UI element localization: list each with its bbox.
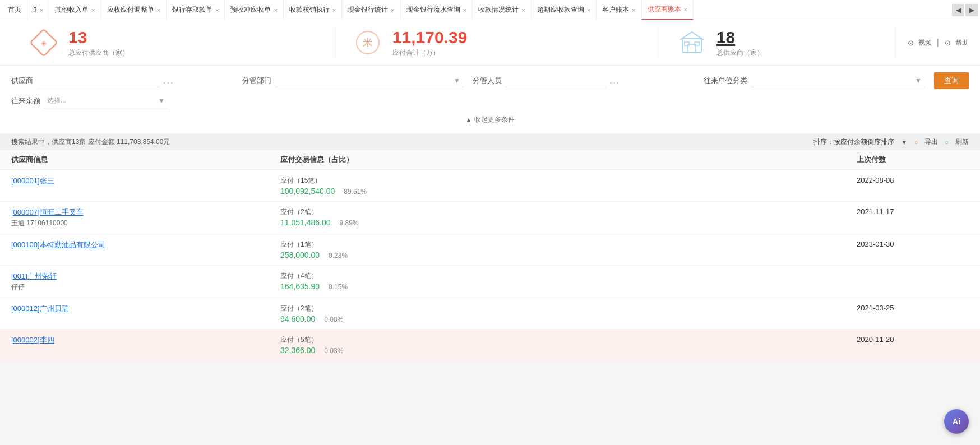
top-right-links: ⊙ 视频 │ ⊙ 帮助 — [896, 38, 969, 48]
supplier-link-3[interactable]: [001]广州荣轩 — [11, 272, 57, 280]
refresh-button[interactable]: 刷新 — [955, 137, 969, 147]
tx-amount-2[interactable]: 258,000.00 — [280, 251, 320, 259]
department-select[interactable]: ▼ — [275, 75, 464, 87]
video-icon: ⊙ — [908, 39, 914, 47]
person-dots[interactable]: ... — [609, 76, 620, 86]
close-icon[interactable]: × — [215, 7, 219, 13]
export-button[interactable]: 导出 — [924, 137, 938, 147]
tx-amount-4[interactable]: 94,600.00 — [280, 314, 315, 323]
help-icon: ⊙ — [945, 39, 951, 47]
supplier-dots[interactable]: ... — [163, 76, 174, 86]
tx-amount-0[interactable]: 100,092,540.00 — [280, 187, 335, 196]
supplier-link-0[interactable]: [000001]张三 — [11, 177, 54, 185]
nav-tab-supplier-book[interactable]: 供应商账本 × — [642, 0, 694, 20]
nav-tab-overdue[interactable]: 超期应收款查询 × — [531, 0, 597, 20]
video-link[interactable]: 视频 — [918, 38, 932, 48]
tx-amount-5[interactable]: 32,366.00 — [280, 346, 315, 355]
tx-label-4: 应付（2笔） — [280, 304, 318, 313]
tx-row-1: 11,051,486.00 9.89% — [280, 218, 359, 227]
nav-tab-cash-stat[interactable]: 现金银行统计 × — [342, 0, 400, 20]
svg-text:◈: ◈ — [41, 39, 47, 47]
nav-tab-customer-book[interactable]: 客户账本 × — [597, 0, 641, 20]
transaction-col-2: 应付（1笔） 258,000.00 0.23% — [280, 240, 857, 259]
nav-tab-collect-stat[interactable]: 收款情况统计 × — [473, 0, 531, 20]
table-row: [000002]李四 应付（5笔） 32,366.00 0.03% 2020-1… — [0, 330, 980, 361]
close-icon[interactable]: × — [40, 7, 43, 13]
department-label: 分管部门 — [242, 76, 271, 86]
tx-amount-1[interactable]: 11,051,486.00 — [280, 218, 331, 227]
close-icon[interactable]: × — [632, 7, 635, 13]
filter-balance: 往来余额 选择... ▼ — [11, 94, 168, 108]
nav-tab-collect-label: 收款核销执行 — [289, 5, 330, 15]
nav-tab-adjust-label: 应收应付调整单 — [107, 5, 154, 15]
result-bar: 搜索结果中，供应商13家 应付金额 111,703,854.00元 排序：按应付… — [0, 134, 980, 150]
close-icon[interactable]: × — [463, 7, 466, 13]
supplier-sub-1: 王通 17106110000 — [11, 219, 280, 228]
supplier-link-5[interactable]: [000002]李四 — [11, 336, 54, 344]
nav-tab-3-label: 3 — [33, 6, 37, 14]
nav-tab-collect-stat-label: 收款情况统计 — [478, 5, 519, 15]
supplier-link-2[interactable]: [000100]本特勤油品有限公司 — [11, 240, 105, 249]
tx-label-5: 应付（5笔） — [280, 335, 318, 345]
nav-tab-other-income-label: 其他收入单 — [55, 5, 89, 15]
nav-tab-bank[interactable]: 银行存取款单 × — [167, 0, 225, 20]
nav-prev-arrow[interactable]: ◀ — [952, 4, 964, 16]
collapse-label: 收起更多条件 — [474, 115, 515, 124]
person-label: 分管人员 — [473, 76, 502, 86]
transaction-col-5: 应付（5笔） 32,366.00 0.03% — [280, 335, 857, 355]
filter-category: 往来单位分类 ▼ — [704, 75, 926, 87]
close-icon[interactable]: × — [587, 7, 590, 13]
nav-tab-collect[interactable]: 收款核销执行 × — [284, 0, 342, 20]
sort-label[interactable]: 排序：按应付余额倒序排序 — [813, 137, 894, 147]
supplier-col-0: [000001]张三 — [11, 176, 280, 186]
close-icon[interactable]: × — [332, 7, 336, 13]
nav-tab-home[interactable]: 首页 — [2, 0, 27, 20]
table-row: [000007]恒旺二手叉车 王通 17106110000 应付（2笔） 11,… — [0, 202, 980, 234]
person-input[interactable] — [505, 75, 606, 87]
nav-tab-cash-query[interactable]: 现金银行流水查询 × — [401, 0, 473, 20]
tx-amount-3[interactable]: 164,635.90 — [280, 282, 320, 291]
nav-tab-adjust[interactable]: 应收应付调整单 × — [101, 0, 167, 20]
nav-tab-other-income[interactable]: 其他收入单 × — [49, 0, 101, 20]
close-icon[interactable]: × — [274, 7, 277, 13]
export-icon: ○ — [914, 139, 918, 146]
department-dropdown-icon: ▼ — [454, 77, 460, 85]
payable-amount-label: 应付合计（万） — [392, 48, 467, 58]
nav-tab-cash-stat-label: 现金银行统计 — [348, 5, 388, 15]
supplier-link-1[interactable]: [000007]恒旺二手叉车 — [11, 208, 84, 216]
balance-select[interactable]: 选择... ▼ — [44, 94, 168, 108]
supplier-link-4[interactable]: [000012]广州贝瑞 — [11, 304, 69, 313]
tx-label-0: 应付（15笔） — [280, 176, 321, 186]
balance-select-value: 选择... — [47, 96, 66, 105]
close-icon[interactable]: × — [521, 7, 525, 13]
nav-next-arrow[interactable]: ▶ — [965, 4, 978, 16]
filter-bar: 供应商 ... 分管部门 ▼ 分管人员 ... 往来单位分类 ▼ 查询 往来 — [0, 66, 980, 134]
total-suppliers-number: 18 — [716, 28, 764, 47]
balance-label: 往来余额 — [11, 96, 40, 106]
header-transaction-info: 应付交易信息（占比） — [280, 155, 857, 165]
filter-row-1: 供应商 ... 分管部门 ▼ 分管人员 ... 往来单位分类 ▼ 查询 — [11, 72, 969, 89]
close-icon[interactable]: × — [157, 7, 160, 13]
supplier-sub-3: 仔仔 — [11, 282, 280, 292]
query-button[interactable]: 查询 — [934, 72, 969, 89]
transaction-col-0: 应付（15笔） 100,092,540.00 89.61% — [280, 176, 857, 196]
supplier-col-1: [000007]恒旺二手叉车 王通 17106110000 — [11, 207, 280, 228]
collapse-button[interactable]: ▲ 收起更多条件 — [11, 113, 969, 127]
supplier-input[interactable] — [36, 75, 160, 87]
payable-amount-number: 11,170.39 — [392, 28, 467, 47]
sort-dropdown-icon[interactable]: ▼ — [901, 138, 908, 146]
filter-supplier: 供应商 ... — [11, 75, 233, 87]
help-link[interactable]: 帮助 — [955, 38, 969, 48]
filter-person: 分管人员 ... — [473, 75, 695, 87]
close-icon[interactable]: × — [91, 7, 95, 13]
tx-percent-5: 0.03% — [324, 347, 343, 355]
tx-row-4: 94,600.00 0.08% — [280, 314, 343, 323]
close-icon[interactable]: × — [391, 7, 394, 13]
lastpay-col-5: 2020-11-20 — [857, 335, 969, 344]
close-icon[interactable]: × — [684, 6, 687, 13]
nav-tab-3[interactable]: 3 × — [27, 0, 49, 20]
tx-label-3: 应付（4笔） — [280, 271, 318, 281]
nav-tab-prepay[interactable]: 预收冲应收单 × — [225, 0, 283, 20]
result-text: 搜索结果中，供应商13家 应付金额 111,703,854.00元 — [11, 137, 170, 147]
category-select[interactable]: ▼ — [751, 75, 926, 87]
